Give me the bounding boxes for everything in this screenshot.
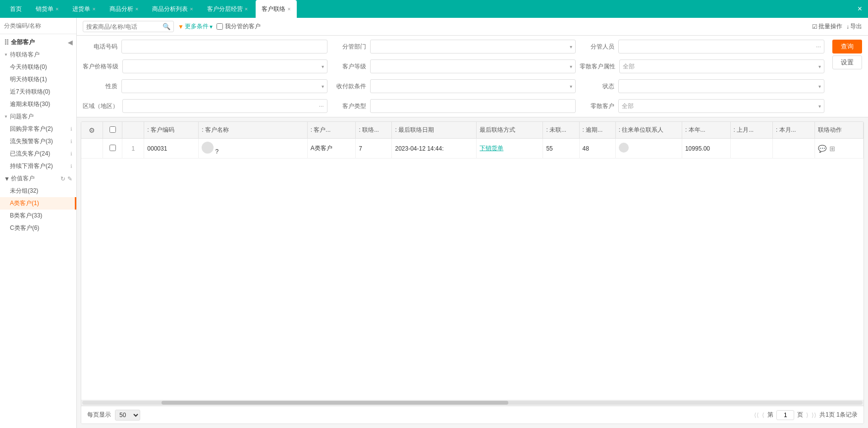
row-unit-contact	[615, 139, 682, 159]
sidebar-item-a-class[interactable]: A类客户(1)	[0, 197, 76, 210]
select-all-checkbox[interactable]	[109, 126, 116, 133]
pagination-right: ⟨⟨ ⟨ 第 页 ⟩ ⟩⟩ 共1页 1条记录	[754, 410, 858, 420]
sidebar-search-input[interactable]	[4, 22, 77, 29]
sidebar-item-repurchase[interactable]: 回购异常客户(2) ℹ	[0, 123, 76, 135]
close-icon[interactable]: ×	[135, 6, 138, 12]
filter-retail-attr-select[interactable]: 全部 ▾	[619, 59, 824, 73]
filter-customer-type-input[interactable]	[370, 99, 576, 113]
toolbar-search-input[interactable]	[86, 23, 161, 30]
sidebar-collapse-icon[interactable]: ◀	[68, 39, 72, 46]
filter-nature-select[interactable]: ▾	[121, 79, 327, 93]
close-icon[interactable]: ×	[55, 6, 58, 12]
last-method-link[interactable]: 下销货单	[480, 145, 503, 152]
table-header-name: : 客户名称	[199, 122, 308, 139]
settings-icon[interactable]: ⚙	[89, 126, 95, 134]
sidebar-item-7days[interactable]: 近7天待联络(0)	[0, 86, 76, 98]
search-icon[interactable]: 🔍	[163, 23, 170, 30]
scrollbar-thumb[interactable]	[162, 401, 508, 405]
query-button[interactable]: 查询	[832, 40, 862, 54]
row-this-month	[772, 139, 814, 159]
filter-person-select[interactable]: ···	[618, 40, 824, 54]
action-icons: 💬 ⊞	[818, 145, 860, 153]
close-icon[interactable]: ×	[287, 6, 290, 12]
sidebar-section-problem[interactable]: ▼ 问题客户	[0, 110, 76, 123]
pagination-left: 每页显示 50 100 200	[87, 410, 140, 421]
sidebar-section-pending[interactable]: ▼ 待联络客户	[0, 49, 76, 61]
sidebar-item-overdue[interactable]: 逾期未联络(30)	[0, 98, 76, 110]
setting-button[interactable]: 设置	[832, 55, 862, 69]
nav-customer-layer[interactable]: 客户分层经营 ×	[201, 0, 254, 18]
filter-retail-attr: 零散客户属性 全部 ▾	[580, 59, 824, 73]
triangle-icon: ▼	[4, 114, 8, 119]
prev-page-btn[interactable]: ⟨	[762, 412, 764, 419]
table-header-unit-contact: : 往来单位联系人	[615, 122, 682, 139]
close-icon[interactable]: ×	[245, 6, 248, 12]
next-page-btn[interactable]: ⟩	[806, 412, 809, 419]
dots-icon: ···	[319, 103, 324, 109]
filter-buttons: 查询 设置	[832, 40, 862, 69]
nav-purchase-order[interactable]: 进货单 ×	[66, 0, 101, 18]
row-check	[103, 139, 122, 159]
horizontal-scrollbar[interactable]	[81, 400, 864, 406]
my-customers-checkbox[interactable]	[217, 23, 223, 30]
sidebar-item-declining[interactable]: 持续下滑客户(2) ℹ	[0, 160, 76, 172]
sidebar-item-ungrouped[interactable]: 未分组(32)	[0, 185, 76, 197]
sidebar-item-c-class[interactable]: C类客户(6)	[0, 222, 76, 234]
sidebar-search-area: 🔍	[0, 18, 76, 34]
table-header-overdue: : 逾期...	[579, 122, 615, 139]
filter-panel: 电话号码 分管部门 ▾ 分管人员	[77, 36, 868, 117]
page-number-input[interactable]	[776, 410, 794, 420]
export-btn[interactable]: ↓ 导出	[846, 22, 862, 31]
filter-region: 区域（地区） ···	[83, 99, 327, 113]
per-page-select[interactable]: 50 100 200	[115, 410, 140, 421]
row-last-month	[730, 139, 772, 159]
chat-icon[interactable]: 💬	[818, 145, 826, 153]
table-header-this-month: : 本月...	[772, 122, 814, 139]
qrcode-icon[interactable]: ⊞	[829, 145, 835, 153]
sidebar-item-b-class[interactable]: B类客户(33)	[0, 210, 76, 222]
row-last-date: 2023-04-12 14:44:	[392, 139, 477, 159]
filter-price-level-select[interactable]: ▾	[122, 59, 327, 73]
chevron-down-icon: ▾	[818, 64, 821, 69]
main-layout: 🔍 ⠿ 全部客户 ◀ ▼ 待联络客户 今天待联络(0) 明天待联络(1) 近7天…	[0, 18, 868, 428]
edit-icon[interactable]: ✎	[67, 175, 72, 182]
filter-payment-select[interactable]: ▾	[370, 79, 576, 93]
nav-home[interactable]: 首页	[4, 0, 28, 18]
sidebar-item-today[interactable]: 今天待联络(0)	[0, 61, 76, 73]
info-icon: ℹ	[70, 139, 72, 144]
close-all-tabs[interactable]: ×	[858, 4, 862, 13]
filter-phone-input[interactable]	[121, 40, 327, 54]
avatar	[619, 143, 629, 153]
filter-customer-level-select[interactable]: ▾	[370, 59, 576, 73]
filter-price-level: 客户价格等级 ▾	[83, 59, 327, 73]
filter-status-select[interactable]: ▾	[618, 79, 824, 93]
scrollbar-track	[82, 401, 863, 405]
nav-sales-order[interactable]: 销货单 ×	[30, 0, 64, 18]
sidebar-item-tomorrow[interactable]: 明天待联络(1)	[0, 73, 76, 86]
filter-retail-customer-select[interactable]: 全部 ▾	[618, 99, 824, 113]
nav-customer-contact[interactable]: 客户联络 ×	[256, 0, 296, 18]
my-customers-checkbox-area: 我分管的客户	[217, 22, 261, 31]
sidebar-item-churn-warning[interactable]: 流失预警客户(3) ℹ	[0, 135, 76, 148]
row-contact: 7	[356, 139, 392, 159]
sidebar: 🔍 ⠿ 全部客户 ◀ ▼ 待联络客户 今天待联络(0) 明天待联络(1) 近7天…	[0, 18, 77, 428]
nav-product-analysis[interactable]: 商品分析 ×	[104, 0, 144, 18]
row-category: A类客户	[307, 139, 356, 159]
close-icon[interactable]: ×	[190, 6, 193, 12]
last-page-btn[interactable]: ⟩⟩	[812, 412, 816, 419]
sidebar-item-churned[interactable]: 已流失客户(24) ℹ	[0, 148, 76, 160]
batch-op-btn[interactable]: ☑ 批量操作	[812, 22, 842, 31]
first-page-btn[interactable]: ⟨⟨	[754, 412, 759, 419]
filter-dept-select[interactable]: ▾	[370, 40, 576, 54]
row-checkbox[interactable]	[109, 145, 116, 151]
refresh-icon[interactable]: ↻	[60, 175, 65, 182]
filter-region-select[interactable]: ···	[122, 99, 327, 113]
chevron-down-icon: ▾	[570, 64, 572, 69]
more-filters-btn[interactable]: ▼ 更多条件 ▾	[178, 22, 213, 31]
nav-product-analysis-list[interactable]: 商品分析列表 ×	[146, 0, 199, 18]
table-header-uncontacted: : 未联...	[543, 122, 579, 139]
table-scroll[interactable]: ⚙ : 客户编码 : 客户名称	[81, 122, 864, 400]
close-icon[interactable]: ×	[92, 6, 95, 12]
filter-customer-type: 客户类型	[331, 99, 576, 113]
table-header-action: 联络动作	[815, 122, 864, 139]
